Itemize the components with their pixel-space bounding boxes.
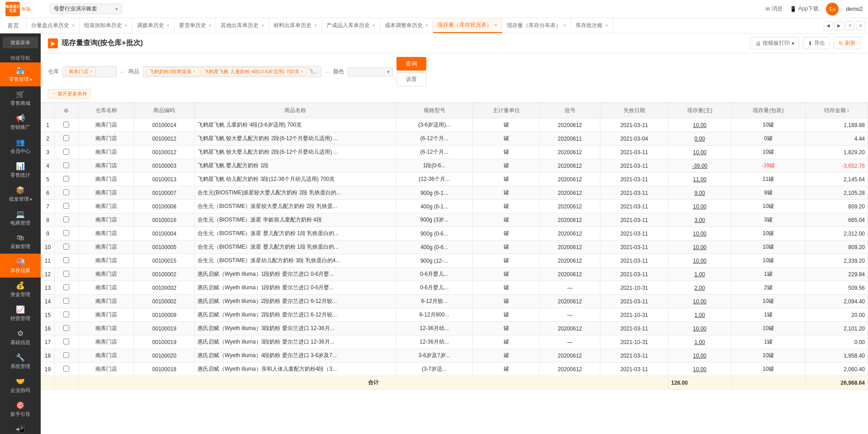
sidebar-item-member[interactable]: 👥 会员中心 (0, 134, 41, 158)
cell-check[interactable] (55, 200, 79, 213)
sidebar-item-finance[interactable]: 💰 资金管理 (0, 278, 41, 302)
cell-check[interactable] (55, 308, 79, 322)
cell-check[interactable] (55, 335, 79, 349)
tab-material-out-close[interactable]: × (314, 23, 317, 28)
tab-other-out[interactable]: 其他出库单历史 × (216, 18, 269, 33)
settings-icon[interactable]: ⚙ (64, 108, 69, 114)
tab-transfer[interactable]: 调拨单历史 × (132, 18, 175, 33)
sidebar-item-marketing[interactable]: 📢 营销推广 (0, 110, 41, 134)
cell-check[interactable] (55, 349, 79, 363)
row-checkbox[interactable] (63, 135, 69, 141)
tab-requisition[interactable]: 要货单历史 × (175, 18, 217, 33)
sidebar-item-guide[interactable]: 🎯 新手引导 (0, 397, 41, 421)
cell-check[interactable] (55, 295, 79, 308)
search-menu-button[interactable]: 搜索菜单 (3, 37, 38, 48)
product-filter-group[interactable]: 飞鹤奶粉3段两提装 × 飞鹤星飞帆 儿童奶粉 4段(3-6岁适用) 700克 ×… (143, 66, 321, 77)
tab-product-in-close[interactable]: × (373, 23, 375, 28)
avatar[interactable]: Ea (826, 3, 839, 15)
row-checkbox[interactable] (63, 162, 69, 168)
tab-cost-adjust[interactable]: 成本调整单历史 × (380, 18, 433, 33)
query-button[interactable]: 查询 (396, 57, 426, 71)
cell-stock-main[interactable]: 10.00 (668, 254, 731, 268)
cell-stock-main[interactable]: 1.00 (668, 268, 731, 281)
tab-batch-account[interactable]: 库存批次账 × (571, 18, 613, 33)
warehouse-tag[interactable]: 南库门店 × (66, 67, 96, 76)
cell-stock-main[interactable]: 9.00 (668, 186, 731, 200)
color-filter-group[interactable]: ▾ (348, 67, 393, 76)
tab-menu-button[interactable]: ≡ (856, 21, 865, 30)
row-checkbox[interactable] (63, 284, 69, 290)
row-checkbox[interactable] (63, 257, 69, 263)
cell-stock-main[interactable]: 10.00 (668, 200, 731, 213)
settings-button[interactable]: 设置 (396, 72, 426, 86)
cell-check[interactable] (55, 322, 79, 335)
cell-check[interactable] (55, 213, 79, 227)
cell-check[interactable] (55, 281, 79, 295)
tab-product-in[interactable]: 产成品入库单历史 × (322, 18, 380, 33)
sidebar-item-ecommerce[interactable]: 💻 电商管理 (0, 206, 41, 230)
app-download-button[interactable]: 📱 App下载 (790, 5, 819, 13)
cell-stock-main[interactable]: 10.00 (668, 241, 731, 254)
cell-check[interactable] (55, 241, 79, 254)
export-button[interactable]: ⬇ 导出 (803, 37, 830, 49)
cell-stock-main[interactable]: 10.00 (668, 146, 731, 159)
cell-stock-main[interactable]: 11.00 (668, 173, 731, 186)
cell-stock-main[interactable]: 0.00 (668, 132, 731, 146)
cell-stock-main[interactable]: 10.00 (668, 295, 731, 308)
sidebar-item-enterprise[interactable]: 🤝 企业协同 (0, 373, 41, 397)
cell-stock-main[interactable]: 1.00 (668, 308, 731, 322)
cell-check[interactable] (55, 132, 79, 146)
industry-selector[interactable]: 母婴行业演示账套 ▾ (50, 4, 122, 14)
cell-stock-main[interactable]: 10.00 (668, 363, 731, 376)
tab-unpack-close[interactable]: × (125, 23, 127, 28)
tab-requisition-close[interactable]: × (209, 23, 212, 28)
product-tag-1[interactable]: 飞鹤奶粉3段两提装 × (146, 67, 199, 76)
sidebar-toggle-button[interactable]: ▶ (48, 38, 58, 48)
cell-check[interactable] (55, 363, 79, 376)
sidebar-item-retail-shop[interactable]: 🛒 零售商城 (0, 86, 41, 110)
sidebar-item-purchase[interactable]: 🛍 采购管理 (0, 230, 41, 254)
print-button[interactable]: 🖨 按模板打印 ▾ (750, 37, 799, 49)
sidebar-item-retail-mgmt[interactable]: 🏪 零售管理 ▾ (0, 62, 41, 86)
tab-material-out[interactable]: 材料出库单历史 × (269, 18, 322, 33)
refresh-button[interactable]: ↻ 刷新 (834, 37, 861, 49)
tab-other-out-close[interactable]: × (261, 23, 264, 28)
tab-stock-status[interactable]: 现存量（库存状况表） × (433, 18, 502, 33)
warehouse-tag-close[interactable]: × (90, 69, 93, 74)
sidebar-item-wholesale[interactable]: 📦 批发管理 ▾ (0, 182, 41, 206)
row-checkbox[interactable] (63, 325, 69, 331)
row-checkbox[interactable] (63, 149, 69, 155)
tab-stock-dist[interactable]: 现存量（库存分布表） × (502, 18, 571, 33)
cell-check[interactable] (55, 268, 79, 281)
tab-batch-account-close[interactable]: × (605, 23, 608, 28)
sidebar-item-inventory[interactable]: 🏭 库存核算 (0, 254, 41, 278)
tab-next-button[interactable]: ▶ (835, 21, 844, 30)
sidebar-item-system[interactable]: 🔧 系统管理 (0, 349, 41, 373)
tab-prev-button[interactable]: ◀ (824, 21, 833, 30)
product-tag-1-close[interactable]: × (193, 69, 196, 74)
th-settings[interactable]: ⚙ (55, 103, 79, 118)
row-checkbox[interactable] (63, 352, 69, 358)
message-button[interactable]: ✉ 消息 (765, 5, 783, 13)
cell-stock-main[interactable]: 10.00 (668, 118, 731, 132)
cell-check[interactable] (55, 227, 79, 241)
row-checkbox[interactable] (63, 244, 69, 250)
cell-stock-main[interactable]: 10.00 (668, 227, 731, 241)
warehouse-filter-group[interactable]: 南库门店 × (62, 66, 117, 77)
cell-stock-main[interactable]: -39.00 (668, 159, 731, 173)
row-checkbox[interactable] (63, 189, 69, 195)
cell-stock-main[interactable]: 2.00 (668, 281, 731, 295)
tab-transfer-close[interactable]: × (167, 23, 170, 28)
tab-split-close[interactable]: × (72, 23, 75, 28)
tab-split[interactable]: 分量盘点单历史 × (27, 18, 80, 33)
tab-unpack[interactable]: 组装拆卸单历史 × (80, 18, 132, 33)
product-tag-2[interactable]: 飞鹤星飞帆 儿童奶粉 4段(3-6岁适用) 700克 × (201, 67, 307, 76)
row-checkbox[interactable] (63, 339, 69, 344)
cell-stock-main[interactable]: 1.00 (668, 335, 731, 349)
tab-stock-status-close[interactable]: × (495, 23, 497, 28)
expand-filter-button[interactable]: ⋯ 展开更多条件 (48, 89, 90, 99)
row-checkbox[interactable] (63, 176, 69, 182)
cell-check[interactable] (55, 118, 79, 132)
cell-check[interactable] (55, 173, 79, 186)
cell-stock-main[interactable]: 3.00 (668, 213, 731, 227)
